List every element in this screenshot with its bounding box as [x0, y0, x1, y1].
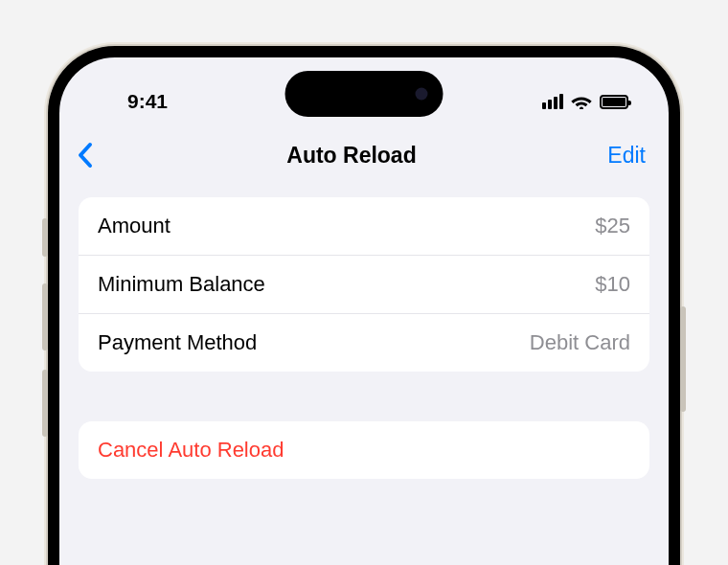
edit-button[interactable]: Edit [588, 143, 646, 169]
minimum-balance-label: Minimum Balance [98, 272, 265, 297]
payment-method-label: Payment Method [98, 330, 257, 355]
content: Amount $25 Minimum Balance $10 Payment M… [59, 186, 669, 479]
cellular-signal-icon [542, 94, 563, 109]
cancel-auto-reload-button[interactable]: Cancel Auto Reload [79, 421, 649, 479]
battery-icon [600, 95, 628, 109]
back-button[interactable] [77, 142, 115, 169]
phone-frame: 9:41 Auto Reload Edit Amount $25 Minim [48, 46, 680, 565]
nav-bar: Auto Reload Edit [59, 124, 669, 186]
payment-method-row[interactable]: Payment Method Debit Card [79, 313, 649, 372]
settings-group: Amount $25 Minimum Balance $10 Payment M… [79, 197, 649, 372]
page-title: Auto Reload [115, 143, 588, 169]
dynamic-island [285, 71, 444, 117]
volume-down-button [42, 370, 48, 437]
minimum-balance-row[interactable]: Minimum Balance $10 [79, 255, 649, 313]
volume-up-button [42, 283, 48, 350]
minimum-balance-value: $10 [595, 272, 630, 297]
wifi-icon [571, 94, 592, 109]
status-time: 9:41 [100, 90, 195, 113]
phone-screen: 9:41 Auto Reload Edit Amount $25 Minim [59, 57, 669, 565]
power-button [680, 306, 686, 412]
silence-switch [42, 218, 48, 257]
payment-method-value: Debit Card [530, 330, 630, 355]
amount-value: $25 [595, 214, 630, 238]
amount-label: Amount [98, 214, 171, 238]
chevron-left-icon [77, 142, 94, 169]
amount-row[interactable]: Amount $25 [79, 197, 649, 255]
